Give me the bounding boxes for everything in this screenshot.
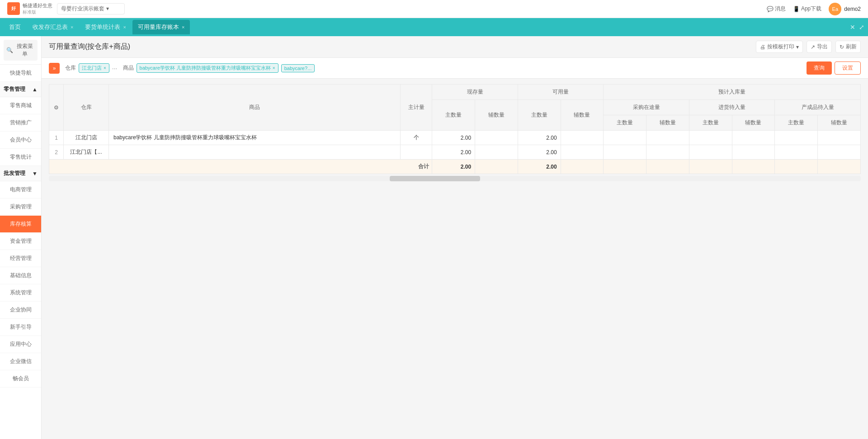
sidebar-item-finance[interactable]: 资金管理 [0, 233, 41, 250]
main-layout: 🔍 搜索菜单 快捷导航 零售管理 ▲ 零售商城 营销推广 会员中心 零售统计 批… [0, 36, 868, 439]
product-tag-1-close[interactable]: × [273, 66, 275, 71]
sidebar-item-apps[interactable]: 应用中心 [0, 336, 41, 353]
retail-mall-label: 零售商城 [10, 102, 32, 109]
sidebar-section-retail[interactable]: 零售管理 ▲ [0, 82, 41, 97]
industry-selector[interactable]: 母婴行业演示账套 ▾ [57, 3, 125, 14]
th-stock-aux: 辅数量 [475, 100, 518, 131]
sidebar-item-enterprise[interactable]: 企业协同 [0, 302, 41, 319]
row-unit [401, 145, 432, 160]
sidebar-item-retail-mall[interactable]: 零售商城 [0, 97, 41, 114]
tab-order-stats-close[interactable]: × [123, 24, 126, 30]
sidebar-item-member[interactable]: 会员中心 [0, 132, 41, 149]
th-incoming-main: 主数量 [689, 115, 732, 131]
row-purchase-main [604, 131, 646, 145]
tab-available-inventory-close[interactable]: × [182, 24, 184, 30]
setting-btn[interactable]: 设置 [835, 61, 861, 75]
sidebar-item-retail-stats[interactable]: 零售统计 [0, 149, 41, 166]
row-purchase-aux [646, 131, 689, 145]
tab-receive-send[interactable]: 收发存汇总表 × [27, 20, 79, 34]
logo-text: 畅捷通好生意 [23, 2, 52, 9]
page-title: 可用量查询(按仓库+商品) [49, 42, 130, 52]
row-stock-aux [475, 131, 518, 145]
wholesale-label: 批发管理 [4, 170, 25, 177]
wechat-label: 企业微信 [10, 358, 32, 365]
tab-order-stats[interactable]: 要货单统计表 × [80, 20, 131, 34]
th-available: 可用量 [518, 85, 604, 100]
expand-filter-btn[interactable]: » [49, 63, 60, 74]
user-profile[interactable]: Ea demo2 [829, 3, 861, 15]
total-p-aux [646, 160, 689, 174]
query-btn[interactable]: 查询 [807, 61, 832, 75]
purchase-label: 采购管理 [10, 203, 32, 211]
warehouse-tag-value: 江北门店 [82, 65, 102, 71]
search-menu-btn[interactable]: 🔍 搜索菜单 [4, 40, 38, 61]
warehouse-more[interactable]: ··· [112, 65, 118, 72]
export-btn[interactable]: ↗ 导出 [807, 41, 832, 53]
row-stock-main: 2.00 [432, 145, 475, 160]
th-current-stock: 现存量 [432, 85, 518, 100]
row-purchase-aux [646, 145, 689, 160]
th-purchase-aux: 辅数量 [646, 115, 689, 131]
retail-stats-label: 零售统计 [10, 153, 32, 161]
row-seq: 1 [49, 131, 64, 145]
th-planned-in: 预计入库量 [604, 85, 861, 100]
print-btn[interactable]: 🖨 按模板打印 ▾ [756, 41, 803, 53]
th-purchase-transit: 采购在途量 [604, 100, 689, 115]
sidebar-section-wholesale[interactable]: 批发管理 ▼ [0, 166, 41, 181]
refresh-btn[interactable]: ↻ 刷新 [835, 41, 861, 53]
app-download-btn[interactable]: 📱 App下载 [793, 5, 821, 13]
tab-available-inventory[interactable]: 可用量库存账本 × [132, 20, 190, 34]
th-purchase-main: 主数量 [604, 115, 646, 131]
tab-expand[interactable]: ⤢ [859, 24, 864, 31]
row-stock-main: 2.00 [432, 131, 475, 145]
tab-receive-send-close[interactable]: × [71, 24, 73, 30]
sidebar-item-wechat[interactable]: 企业微信 [0, 353, 41, 370]
row-production-aux [818, 131, 861, 145]
tab-receive-send-label: 收发存汇总表 [33, 23, 68, 31]
sidebar-item-purchase[interactable]: 采购管理 [0, 198, 41, 216]
refresh-label: 刷新 [846, 43, 857, 51]
product-tag-2[interactable]: babycare?... [281, 64, 315, 72]
sidebar-item-vip[interactable]: 畅会员 [0, 370, 41, 387]
th-unit: 主计量 [401, 85, 432, 131]
th-product: 商品 [109, 85, 401, 131]
sidebar-item-quick-nav[interactable]: 快捷导航 [0, 65, 41, 82]
search-icon: 🔍 [6, 47, 13, 53]
sidebar-item-marketing[interactable]: 营销推广 [0, 114, 41, 132]
tab-bar-controls: ✕ ⤢ [850, 24, 864, 31]
sidebar-item-system[interactable]: 系统管理 [0, 284, 41, 302]
row-incoming-aux [732, 131, 775, 145]
row-incoming-main [689, 145, 732, 160]
export-label: 导出 [817, 43, 828, 51]
apps-label: 应用中心 [10, 340, 32, 348]
th-gear[interactable]: ⚙ [49, 85, 64, 131]
total-prod-aux [818, 160, 861, 174]
th-production-aux: 辅数量 [818, 115, 861, 131]
total-available-main: 2.00 [518, 160, 561, 174]
product-tag-1-value: babycare学饮杯 儿童防摔防撞吸管杯重力球吸嘴杯宝宝水杯 [140, 65, 271, 71]
table-row: 2 江北门店【... 2.00 2.00 [49, 145, 861, 160]
chevron-down-icon: ▾ [106, 5, 109, 12]
filter-bar: » 仓库 江北门店 × ··· 商品 babycare学饮杯 儿童防摔防撞吸管杯… [42, 58, 868, 79]
product-filter-label: 商品 [123, 64, 134, 72]
th-incoming-aux: 辅数量 [732, 115, 775, 131]
message-btn[interactable]: 💬 消息 [767, 5, 786, 13]
th-production-main: 主数量 [775, 115, 818, 131]
tab-close-all[interactable]: ✕ [850, 24, 855, 31]
marketing-label: 营销推广 [10, 119, 32, 127]
horizontal-scrollbar[interactable] [49, 176, 861, 181]
tab-home[interactable]: 首页 [4, 20, 26, 34]
sidebar-item-operations[interactable]: 经营管理 [0, 250, 41, 267]
warehouse-tag[interactable]: 江北门店 × [79, 63, 109, 73]
product-tag-1[interactable]: babycare学饮杯 儿童防摔防撞吸管杯重力球吸嘴杯宝宝水杯 × [137, 63, 278, 73]
user-name: demo2 [844, 6, 861, 12]
sidebar-item-ecommerce[interactable]: 电商管理 [0, 181, 41, 198]
app-download-label: App下载 [801, 5, 821, 13]
product-tag-2-value: babycare?... [284, 66, 312, 71]
sidebar-item-basics[interactable]: 基础信息 [0, 267, 41, 284]
sidebar-item-guide[interactable]: 新手引导 [0, 319, 41, 336]
total-i-aux [732, 160, 775, 174]
sidebar-item-inventory[interactable]: 库存核算 [0, 216, 41, 233]
warehouse-tag-close[interactable]: × [104, 66, 106, 71]
th-available-main: 主数量 [518, 100, 561, 131]
